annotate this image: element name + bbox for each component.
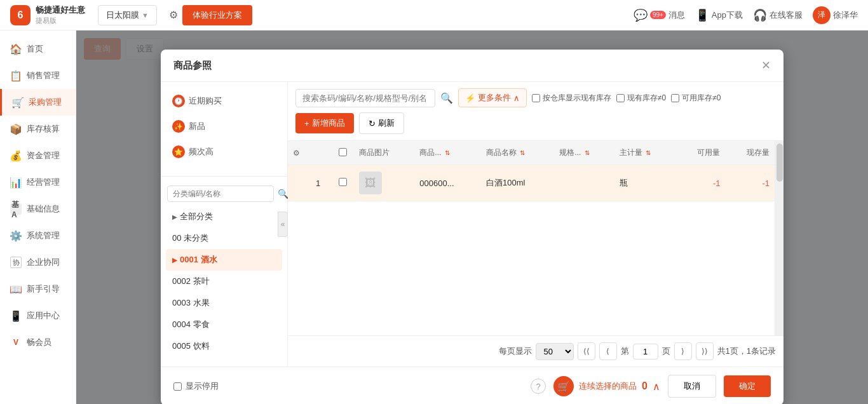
- sidebar-item-enterprise[interactable]: 协 企业协同: [0, 249, 76, 276]
- last-page-button[interactable]: ⟩⟩: [696, 342, 714, 360]
- category-item-0005[interactable]: 0005 饮料: [166, 335, 282, 357]
- sidebar-item-sales[interactable]: 📋 销售管理: [0, 62, 76, 89]
- left-panel-collapse-btn[interactable]: «: [278, 212, 288, 237]
- page-label: 第: [621, 346, 629, 357]
- column-settings-icon[interactable]: ⚙: [293, 149, 300, 158]
- help-icon[interactable]: ?: [531, 379, 546, 394]
- cat-label-00: 00 未分类: [172, 232, 208, 244]
- sidebar-item-label: 系统管理: [27, 230, 60, 241]
- tab-recent[interactable]: 🕐 近期购买: [166, 90, 282, 112]
- th-name[interactable]: 商品名称 ⇅: [481, 141, 554, 165]
- new-icon: ✨: [172, 120, 185, 133]
- sidebar-item-basic[interactable]: 基A 基础信息: [0, 196, 76, 222]
- filter-icon: ⚡: [465, 93, 475, 103]
- tab-frequent[interactable]: ⭐ 频次高: [166, 140, 282, 163]
- confirm-button[interactable]: 确定: [724, 375, 771, 397]
- user-name: 徐泽华: [833, 10, 858, 21]
- sidebar-item-stock[interactable]: 📦 库存核算: [0, 116, 76, 142]
- avail-ne0-label: 可用库存≠0: [682, 93, 721, 104]
- user-nav[interactable]: 泽 徐泽华: [813, 6, 858, 24]
- filter-button[interactable]: ⚡ 更多条件 ∧: [458, 88, 527, 107]
- category-item-0001[interactable]: ▶ 0001 酒水: [166, 249, 282, 271]
- category-item-0008[interactable]: 0008 水: [166, 357, 282, 359]
- category-search-icon[interactable]: 🔍: [278, 189, 288, 199]
- th-spec[interactable]: 规格... ⇅: [554, 141, 614, 165]
- category-item-all[interactable]: ▶ 全部分类: [166, 206, 282, 227]
- sidebar-item-member[interactable]: V 畅会员: [0, 329, 76, 356]
- category-item-0003[interactable]: 0003 水果: [166, 292, 282, 314]
- row-checkbox[interactable]: [339, 178, 347, 186]
- show-disabled-checkbox[interactable]: 显示停用: [173, 380, 219, 392]
- category-item-0004[interactable]: 0004 零食: [166, 314, 282, 335]
- add-product-button[interactable]: + 新增商品: [295, 113, 354, 133]
- cat-arrow-all: ▶: [172, 213, 177, 220]
- warehouse-display-checkbox[interactable]: 按仓库显示现有库存: [532, 93, 611, 104]
- th-gear[interactable]: ⚙: [288, 141, 311, 165]
- total-info: 共1页，1条记录: [717, 346, 776, 357]
- modal-left-panel: 🕐 近期购买 ✨ 新品 ⭐ 频次高: [161, 82, 288, 367]
- page-size-select[interactable]: 10 20 50 100: [536, 343, 574, 360]
- avail-ne0-input[interactable]: [671, 94, 679, 102]
- modal-close-button[interactable]: ✕: [761, 58, 771, 72]
- category-item-00[interactable]: 00 未分类: [166, 227, 282, 249]
- cancel-button[interactable]: 取消: [668, 375, 716, 398]
- frequent-icon: ⭐: [172, 145, 185, 158]
- category-search-input[interactable]: [167, 185, 274, 202]
- member-icon: V: [10, 337, 22, 348]
- stock-ne0-input[interactable]: [616, 94, 625, 102]
- app-download-nav[interactable]: 📱 App下载: [695, 8, 743, 22]
- scrollbar-thumb[interactable]: [776, 144, 783, 182]
- tab-new[interactable]: ✨ 新品: [166, 115, 282, 138]
- service-nav[interactable]: 🎧 在线客服: [753, 8, 803, 22]
- stock-ne0-checkbox[interactable]: 现有库存≠0: [616, 93, 666, 104]
- refresh-icon: ↻: [369, 119, 376, 128]
- nav-selector[interactable]: 日太阳膜 ▼: [98, 5, 157, 25]
- collapse-up-icon[interactable]: ∧: [653, 380, 660, 393]
- avail-ne0-checkbox[interactable]: 可用库存≠0: [671, 93, 721, 104]
- select-all-checkbox[interactable]: [339, 148, 347, 156]
- sidebar-item-label: 畅会员: [27, 337, 51, 348]
- table-scrollbar[interactable]: [775, 141, 783, 335]
- product-table-scroll[interactable]: ⚙ 商品图片 商品... ⇅ 商品名称 ⇅ 规格... ⇅ 主计量 ⇅ 可用: [288, 141, 775, 335]
- refresh-button[interactable]: ↻ 刷新: [359, 112, 404, 134]
- page-number-input[interactable]: [633, 344, 658, 360]
- image-placeholder-icon: 🖼: [365, 177, 376, 190]
- sidebar-item-label: 企业协同: [27, 257, 60, 268]
- next-page-button[interactable]: ⟩: [674, 342, 692, 360]
- cell-stock: -1: [725, 165, 775, 201]
- prev-page-button[interactable]: ⟨: [599, 342, 617, 360]
- cart-section[interactable]: 🛒 连续选择的商品 0 ∧: [553, 376, 660, 396]
- first-page-button[interactable]: ⟨⟨: [578, 342, 595, 360]
- ops-icon: 📊: [10, 177, 22, 188]
- guide-icon: 📖: [10, 283, 22, 295]
- modal-toolbar: 🔍 ⚡ 更多条件 ∧ 按仓库显示现有库存 现有库存≠0: [288, 82, 783, 141]
- category-item-0002[interactable]: 0002 茶叶: [166, 271, 282, 292]
- sort-code-icon: ⇅: [445, 149, 450, 156]
- sidebar-item-system[interactable]: ⚙️ 系统管理: [0, 222, 76, 249]
- show-disabled-input[interactable]: [173, 382, 182, 391]
- sidebar-item-operations[interactable]: 📊 经营管理: [0, 169, 76, 196]
- sidebar-item-guide[interactable]: 📖 新手引导: [0, 276, 76, 302]
- settings-icon[interactable]: ⚙: [165, 6, 182, 24]
- sidebar-item-home[interactable]: 🏠 首页: [0, 36, 76, 62]
- sort-spec-icon: ⇅: [585, 149, 590, 156]
- cell-check[interactable]: [334, 165, 354, 201]
- sidebar-item-purchase[interactable]: 🛒 采购管理: [0, 89, 76, 116]
- product-search-input[interactable]: [295, 89, 435, 107]
- messages-nav[interactable]: 💬 99+ 消息: [634, 8, 685, 22]
- sidebar-item-finance[interactable]: 💰 资金管理: [0, 142, 76, 169]
- messages-label: 消息: [668, 10, 685, 21]
- product-search-icon[interactable]: 🔍: [440, 92, 453, 104]
- warehouse-display-input[interactable]: [532, 94, 540, 102]
- cell-image: 🖼: [354, 165, 414, 201]
- table-row[interactable]: 1 🖼 000600... 白酒100ml: [288, 165, 775, 201]
- cell-name: 白酒100ml: [481, 165, 554, 201]
- finance-icon: 💰: [10, 150, 22, 161]
- th-unit[interactable]: 主计量 ⇅: [614, 141, 676, 165]
- sidebar-item-apps[interactable]: 📱 应用中心: [0, 302, 76, 329]
- cart-count: 0: [642, 380, 648, 392]
- system-icon: ⚙️: [10, 230, 22, 241]
- warehouse-display-label: 按仓库显示现有库存: [543, 93, 611, 104]
- th-code[interactable]: 商品... ⇅: [414, 141, 481, 165]
- experience-button[interactable]: 体验行业方案: [182, 5, 252, 25]
